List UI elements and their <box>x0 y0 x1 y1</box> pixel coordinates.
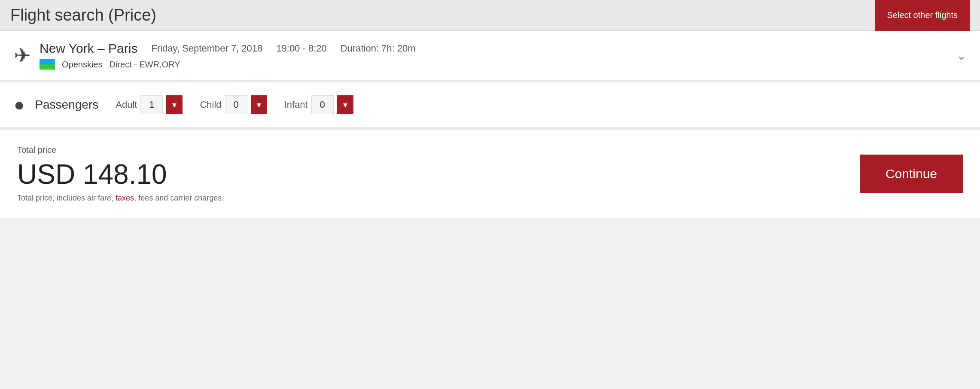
adult-dropdown-button[interactable] <box>166 95 183 114</box>
adult-count: 1 <box>140 95 163 114</box>
price-note-prefix: Total price, includes air fare, <box>17 194 116 202</box>
flight-info: ✈ New York – Paris Friday, September 7, … <box>14 41 416 70</box>
airline-name: Openskies <box>62 60 103 70</box>
flight-date: Friday, September 7, 2018 <box>151 43 262 54</box>
adult-label: Adult <box>116 99 137 110</box>
select-other-flights-button[interactable]: Select other flights <box>875 0 970 31</box>
child-dropdown-button[interactable] <box>251 95 267 114</box>
infant-dropdown-button[interactable] <box>337 95 353 114</box>
flight-route: New York – Paris <box>40 41 137 56</box>
flight-expand-icon[interactable]: ⌄ <box>956 49 966 63</box>
flight-main-row: New York – Paris Friday, September 7, 20… <box>40 41 416 56</box>
price-note: Total price, includes air fare, taxes, f… <box>17 194 224 203</box>
flight-time: 19:00 - 8:20 <box>276 43 326 54</box>
page-title: Flight search (Price) <box>10 6 156 24</box>
total-price-label: Total price <box>17 145 224 155</box>
infant-group: Infant 0 <box>284 95 353 114</box>
flight-details: New York – Paris Friday, September 7, 20… <box>40 41 416 70</box>
child-label: Child <box>200 99 221 110</box>
airline-logo-icon <box>40 59 55 70</box>
flight-route-code: Direct - EWR,ORY <box>110 60 180 70</box>
passengers-card: ● Passengers Adult 1 Child 0 Infant 0 <box>0 82 980 130</box>
child-group: Child 0 <box>200 95 267 114</box>
passengers-label: Passengers <box>35 98 98 112</box>
flight-duration: Duration: 7h: 20m <box>341 43 416 54</box>
adult-group: Adult 1 <box>116 95 183 114</box>
price-card: Total price USD 148.10 Total price, incl… <box>0 130 980 218</box>
continue-button[interactable]: Continue <box>860 155 963 193</box>
child-count: 0 <box>225 95 247 114</box>
infant-label: Infant <box>284 99 308 110</box>
flight-card: ✈ New York – Paris Friday, September 7, … <box>0 31 980 82</box>
flight-sub-row: Openskies Direct - EWR,ORY <box>40 59 416 70</box>
plane-icon: ✈ <box>14 43 31 67</box>
price-amount: USD 148.10 <box>17 158 224 190</box>
page-header: Flight search (Price) Select other fligh… <box>0 0 980 31</box>
passenger-icon: ● <box>14 94 24 115</box>
taxes-link[interactable]: taxes <box>116 194 134 202</box>
price-section: Total price USD 148.10 Total price, incl… <box>17 145 224 203</box>
price-note-suffix: , fees and carrier charges. <box>134 194 224 202</box>
infant-count: 0 <box>311 95 334 114</box>
